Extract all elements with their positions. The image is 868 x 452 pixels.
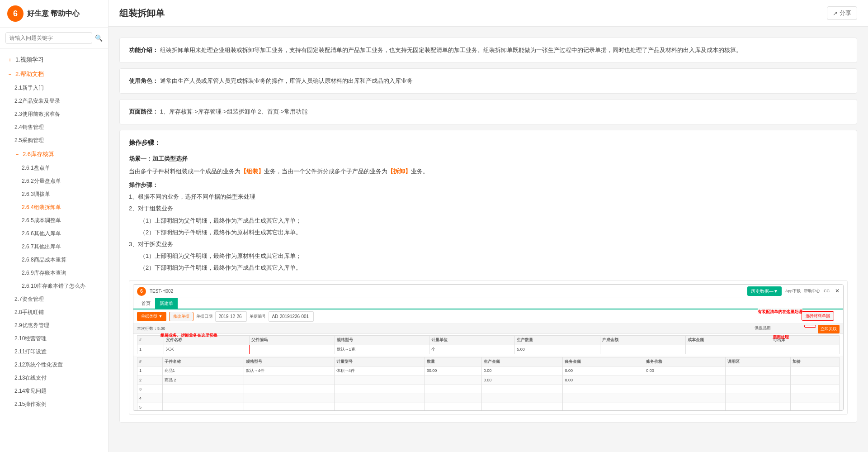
sidebar-item-s2-6[interactable]: － 2.6库存核算 xyxy=(0,147,108,162)
search-icon[interactable]: 🔍 xyxy=(95,34,103,42)
cell-unit: 个 xyxy=(429,345,515,354)
sidebar: 6 好生意 帮助中心 🔍 ＋ 1.视频学习 － 2.帮助文档 2.1新手入门 2… xyxy=(0,0,108,452)
logo-icon: 6 xyxy=(7,5,24,22)
cell-code xyxy=(249,345,335,354)
sidebar-item-s2-11[interactable]: 2.11打印设置 xyxy=(0,345,108,358)
mockup-num-input[interactable]: AD-20191226-001 xyxy=(269,311,314,322)
sidebar-item-s2-15[interactable]: 2.15操作案例 xyxy=(0,398,108,411)
mockup-th-code: 父件编码 xyxy=(249,336,335,345)
cell-pamount xyxy=(600,345,686,354)
sidebar-item-s2-6-8[interactable]: 2.6.8商品成本重算 xyxy=(0,253,108,266)
mockup-th-pamount: 产成金额 xyxy=(600,336,686,345)
mockup-th-camount: 成本金额 xyxy=(686,336,771,345)
sidebar-item-s2-6-2[interactable]: 2.6.2分量盘点单 xyxy=(0,175,108,188)
sub-table-row: 5 xyxy=(137,403,840,411)
cell-spec: 默认→1克 xyxy=(335,345,429,354)
screenshot-mockup: 6 TEST-H002 历史数据—▼ App下载 帮助中心 CC ✕ 首页 新建… xyxy=(133,284,844,411)
scenario1-title: 场景一：加工类型选择 xyxy=(129,154,848,164)
sidebar-nav: ＋ 1.视频学习 － 2.帮助文档 2.1新手入门 2.2产品安装及登录 2.3… xyxy=(0,49,108,452)
step-2-1: （1）上部明细为父件明细，最终作为产成品生成其它入库单； xyxy=(140,216,848,226)
scenario1-desc: 当由多个子件材料组装成一个成品的业务为【组装】业务，当由一个父件拆分成多个子产品… xyxy=(129,167,848,176)
sidebar-item-s2-13[interactable]: 2.13在线支付 xyxy=(0,371,108,385)
mockup-main-table: # 父件名称 父件编码 规格型号 计量单位 生产数量 产成金额 成本金额 可出库 xyxy=(137,335,840,354)
mockup-th-spec: 规格型号 xyxy=(335,336,429,345)
sidebar-item-s2-2[interactable]: 2.2产品安装及登录 xyxy=(0,95,108,108)
sub-th-num: # xyxy=(137,357,163,366)
sub-th-markup: 加价 xyxy=(791,357,840,366)
sidebar-item-s2-14[interactable]: 2.14常见问题 xyxy=(0,385,108,398)
annotation-a3: 组装业务、拆卸业务在这里切换 xyxy=(160,332,217,339)
mockup-th-num: # xyxy=(137,336,164,345)
mockup-tab-new[interactable]: 新建单 xyxy=(155,298,178,309)
sidebar-item-s2-10[interactable]: 2.10经营管理 xyxy=(0,332,108,345)
mockup-go-btn[interactable]: 立即关联 xyxy=(818,325,840,333)
role-text: 通常由生产人员或库管人员完成拆装业务的操作，库管人员确认原材料的出库和产成品的入… xyxy=(160,77,413,84)
sidebar-item-s2-9[interactable]: 2.9优惠券管理 xyxy=(0,319,108,332)
intro-card: 功能介绍： 组装拆卸单用来处理企业组装或拆卸等加工业务，支持有固定装配清单的产品… xyxy=(119,38,857,63)
sidebar-item-s2-12[interactable]: 2.12系统个性化设置 xyxy=(0,358,108,371)
mockup-rows-label: 本次行数：5.00 xyxy=(137,325,165,332)
step-3-1: （1）上部明细为父件明细，最终作为原材料生成其它出库单； xyxy=(140,251,848,261)
role-label: 使用角色： xyxy=(129,77,158,84)
sub-th-pamount: 生产金额 xyxy=(481,357,563,366)
mockup-edit-btn[interactable]: 修改单据 xyxy=(169,312,193,321)
search-area: 🔍 xyxy=(0,28,108,49)
table-row: 1 米米 默认→1克 个 5.00 xyxy=(137,345,840,354)
sidebar-item-s2-6-1[interactable]: 2.6.1盘点单 xyxy=(0,162,108,175)
logo-text: 好生意 帮助中心 xyxy=(27,9,80,19)
minus-icon: － xyxy=(7,71,13,78)
path-label: 页面路径： xyxy=(129,108,158,115)
share-button[interactable]: ↗ 分享 xyxy=(827,6,857,20)
sidebar-item-video[interactable]: ＋ 1.视频学习 xyxy=(0,52,108,67)
sub-table-row: 3 xyxy=(137,385,840,394)
sidebar-item-s2-5[interactable]: 2.5采购管理 xyxy=(0,134,108,147)
main-area: 组装拆卸单 ↗ 分享 功能介绍： 组装拆卸单用来处理企业组装或拆卸等加工业务，支… xyxy=(108,0,868,452)
sidebar-item-s2-6-9[interactable]: 2.6.9库存账本查询 xyxy=(0,266,108,280)
sidebar-item-s2-6-4[interactable]: 2.6.4组装拆卸单 xyxy=(0,201,108,214)
path-card: 页面路径： 1、库存核算->库存管理->组装拆卸单 2、首页->常用功能 xyxy=(119,99,857,124)
mockup-select-btn[interactable]: 选择材料单据 xyxy=(802,311,834,321)
cell-num: 1 xyxy=(137,345,164,354)
cell-camount xyxy=(686,345,771,354)
mockup-history-btn[interactable]: 历史数据—▼ xyxy=(747,286,782,296)
sidebar-item-s2-4[interactable]: 2.4销售管理 xyxy=(0,121,108,134)
sidebar-item-s2-6-3[interactable]: 2.6.3调拨单 xyxy=(0,188,108,201)
page-title: 组装拆卸单 xyxy=(119,7,165,19)
sub-table-row: 1 商品1 默认→4件 体积→4件 30.00 0.00 0.00 0.00 xyxy=(137,366,840,376)
annotation-a4: 启用处理 xyxy=(773,334,789,341)
mockup-date-label: 单据日期 xyxy=(196,313,212,320)
path-text: 1、库存核算->库存管理->组装拆卸单 2、首页->常用功能 xyxy=(160,108,308,115)
cell-name: 米米 xyxy=(164,345,249,354)
sidebar-item-s2-7[interactable]: 2.7资金管理 xyxy=(0,293,108,306)
step-2-2: （2）下部明细为子件明细，最终作为原材料生成其它出库单。 xyxy=(140,228,848,238)
search-input[interactable] xyxy=(5,32,92,44)
mockup-save-btn[interactable]: 单据类型 ▼ xyxy=(137,312,166,321)
sub-th-spec: 规格型号 xyxy=(244,357,334,366)
ops-card: 操作步骤： 场景一：加工类型选择 当由多个子件材料组装成一个成品的业务为【组装】… xyxy=(119,130,857,423)
plus-icon: ＋ xyxy=(7,56,13,64)
mockup-tab-home[interactable]: 首页 xyxy=(137,298,155,309)
ops-title: 操作步骤： xyxy=(129,138,848,148)
sidebar-item-s2-6-10[interactable]: 2.6.10库存账本错了怎么办 xyxy=(0,280,108,293)
mockup-date-input[interactable]: 2019-12-26 xyxy=(215,311,247,322)
steps-title: 操作步骤： xyxy=(129,180,848,190)
sidebar-item-s2-1[interactable]: 2.1新手入门 xyxy=(0,81,108,95)
sidebar-item-s2-3[interactable]: 2.3使用前数据准备 xyxy=(0,108,108,121)
sidebar-item-s2-6-6[interactable]: 2.6.6其他入库单 xyxy=(0,227,108,240)
mockup-form-toolbar: 单据类型 ▼ 修改单据 单据日期 2019-12-26 单据编号 AD-2019… xyxy=(133,309,843,324)
step-2: 2、对于组装业务 xyxy=(129,204,848,214)
mockup-supplier-input[interactable] xyxy=(804,325,816,328)
logo-area: 6 好生意 帮助中心 xyxy=(0,0,108,28)
mockup-th-unit: 计量单位 xyxy=(429,336,515,345)
mockup-close-icon[interactable]: ✕ xyxy=(835,286,840,295)
sidebar-item-s2-8[interactable]: 2.8手机旺铺 xyxy=(0,306,108,319)
step-3: 3、对于拆卖业务 xyxy=(129,239,848,249)
mockup-logo-icon: 6 xyxy=(137,287,146,296)
sidebar-item-docs[interactable]: － 2.帮助文档 xyxy=(0,67,108,81)
sidebar-item-s2-6-5[interactable]: 2.6.5成本调整单 xyxy=(0,214,108,227)
sidebar-item-s2-6-7[interactable]: 2.6.7其他出库单 xyxy=(0,240,108,253)
mockup-tabs: 首页 新建单 xyxy=(133,298,843,309)
role-card: 使用角色： 通常由生产人员或库管人员完成拆装业务的操作，库管人员确认原材料的出库… xyxy=(119,68,857,94)
mockup-sub-toolbar: 本次行数：5.00 组装业务、拆卸业务在这里切换 供搜品用 立即关联 启用处理 xyxy=(133,324,843,334)
mockup-topbar: 6 TEST-H002 历史数据—▼ App下载 帮助中心 CC ✕ xyxy=(133,285,843,298)
